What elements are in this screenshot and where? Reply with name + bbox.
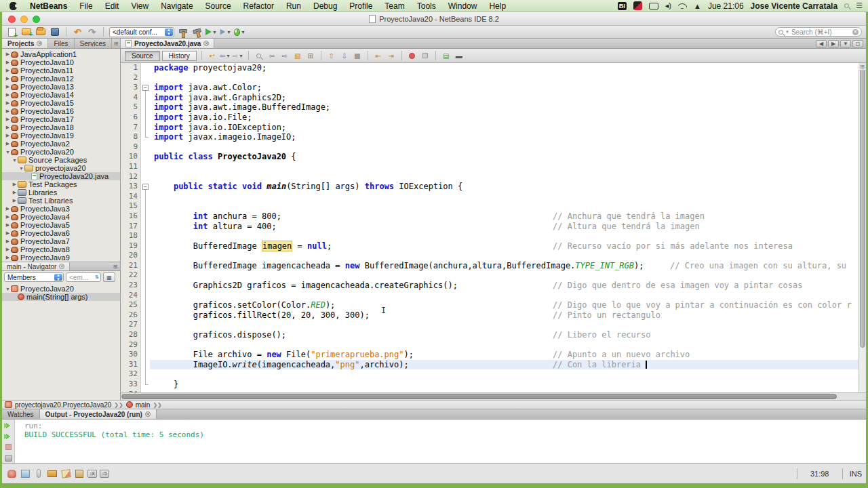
navigator-item-main-string-args-[interactable]: main(String[] args)	[2, 293, 120, 301]
close-icon[interactable]: ✕	[37, 41, 42, 46]
quick-search-input[interactable]: ▼ Search (⌘+I) ✕	[775, 27, 862, 37]
source-view-button[interactable]: Source	[125, 51, 160, 61]
code-line-15[interactable]: 15	[121, 201, 866, 211]
previous-bookmark-icon[interactable]: ⇧	[326, 51, 337, 61]
expand-arrow-icon[interactable]: ▶	[5, 92, 11, 98]
expand-arrow-icon[interactable]: ▶	[5, 230, 11, 236]
rerun-icon[interactable]	[3, 421, 13, 430]
undo-button[interactable]: ↶	[72, 27, 83, 37]
build-project-button[interactable]	[177, 27, 189, 37]
menu-user[interactable]: Jose Vicente Carratala	[751, 1, 838, 11]
notification-center-icon[interactable]: ☰	[856, 1, 863, 10]
debug-project-button[interactable]: ▼	[220, 27, 231, 37]
expand-arrow-icon[interactable]: ▶	[5, 214, 11, 220]
project-item-proyectojava3[interactable]: ▶ProyectoJava3	[2, 205, 120, 213]
code-line-3[interactable]: 3−import java.awt.Color;	[121, 83, 866, 93]
open-project-button[interactable]	[35, 27, 46, 37]
history-view-button[interactable]: History	[162, 51, 197, 61]
menu-edit[interactable]: Edit	[99, 1, 125, 11]
code-line-18[interactable]: 18	[121, 231, 866, 241]
shift-line-right-icon[interactable]: ⇥	[386, 51, 397, 61]
code-line-22[interactable]: 22	[121, 270, 866, 281]
ant-settings-icon[interactable]	[3, 453, 13, 462]
menu-extra-app-icon[interactable]	[633, 1, 642, 10]
close-icon[interactable]: ✕	[145, 411, 151, 417]
menu-tools[interactable]: Tools	[411, 1, 442, 11]
expand-arrow-icon[interactable]: ▶	[5, 100, 11, 106]
input-source-icon[interactable]: BI	[618, 2, 627, 10]
expand-arrow-icon[interactable]: ▶	[5, 222, 11, 228]
display-menu-icon[interactable]	[649, 3, 658, 9]
project-item-proyectojava6[interactable]: ▶ProyectoJava6	[2, 229, 120, 237]
expand-arrow-icon[interactable]: ▶	[5, 206, 11, 211]
shift-line-left-icon[interactable]: ⇤	[373, 51, 384, 61]
code-editor[interactable]: ⊞ 1package proyectojava20;23−import java…	[121, 63, 866, 392]
expand-arrow-icon[interactable]: ▶	[5, 239, 11, 244]
tab-services[interactable]: Services	[75, 39, 112, 48]
expand-arrow-icon[interactable]: ▶	[5, 255, 11, 260]
last-edit-position-icon[interactable]: ↩	[207, 51, 218, 61]
project-item-proyectojava18[interactable]: ▶ProyectoJava18	[2, 123, 120, 131]
uncomment-icon[interactable]: ▬	[454, 51, 465, 61]
project-item-proyectojava2[interactable]: ▶ProyectoJava2	[2, 140, 120, 148]
code-line-14[interactable]: 14	[121, 192, 866, 202]
redo-button[interactable]: ↷	[86, 27, 98, 37]
code-line-11[interactable]: 11	[121, 162, 866, 172]
project-item-proyectojava9[interactable]: ▶ProyectoJava9	[2, 253, 120, 262]
project-item-proyectojava15[interactable]: ▶ProyectoJava15	[2, 99, 120, 107]
gauge-icon[interactable]: ↕5	[100, 470, 109, 478]
code-line-23[interactable]: 23 Graphics2D graficos = imagencacheada.…	[121, 281, 866, 291]
java-app-icon[interactable]	[6, 469, 17, 479]
rerun-with-options-icon[interactable]	[3, 432, 13, 441]
code-line-6[interactable]: 6import java.io.File;	[121, 113, 866, 123]
eject-icon[interactable]: ▲	[694, 2, 701, 10]
notes-icon[interactable]	[74, 469, 85, 479]
expand-arrow-icon[interactable]: ▶	[5, 141, 11, 146]
code-line-16[interactable]: 16 int anchura = 800;// Anchura que tend…	[121, 211, 866, 222]
profile-project-button[interactable]: ▼	[234, 27, 245, 37]
project-item-proyectojava8[interactable]: ▶ProyectoJava8	[2, 245, 120, 253]
menu-file[interactable]: File	[73, 1, 98, 11]
code-line-29[interactable]: 29	[121, 340, 866, 350]
project-item-proyectojava17[interactable]: ▶ProyectoJava17	[2, 115, 120, 123]
project-item-proyectojava16[interactable]: ▶ProyectoJava16	[2, 107, 120, 115]
project-item-proyectojava4[interactable]: ▶ProyectoJava4	[2, 213, 120, 221]
project-configuration-select[interactable]: <default conf... ▲▼	[109, 27, 174, 37]
next-occurrence-icon[interactable]: ⇨	[279, 51, 290, 61]
find-selection-icon[interactable]	[254, 51, 264, 61]
project-item-javaapplication1[interactable]: ▶JavaApplication1	[2, 50, 120, 58]
tab-watches[interactable]: Watches	[2, 409, 40, 419]
code-line-28[interactable]: 28 graficos.dispose();// Libero el recur…	[121, 330, 866, 340]
project-item-proyectojava7[interactable]: ▶ProyectoJava7	[2, 237, 120, 245]
navigator-sort-button[interactable]: ▦	[103, 272, 115, 282]
code-line-1[interactable]: 1package proyectojava20;	[121, 63, 866, 73]
close-icon[interactable]: ✕	[203, 41, 209, 46]
project-item-proyectojava10[interactable]: ▶ProyectoJava10	[2, 58, 120, 66]
menu-run[interactable]: Run	[280, 1, 307, 11]
editor-vertical-scrollbar[interactable]	[859, 63, 866, 392]
project-item-test-libraries[interactable]: ▶Test Libraries	[2, 197, 120, 205]
expand-arrow-icon[interactable]: ▶	[12, 182, 18, 187]
code-line-26[interactable]: 26 graficos.fillRect(20, 20, 300, 300);/…	[121, 310, 866, 321]
menu-netbeans[interactable]: NetBeans	[24, 1, 73, 11]
maximize-editor-icon[interactable]: ◻	[852, 40, 863, 47]
tab-files[interactable]: Files	[48, 39, 74, 48]
menu-window[interactable]: Window	[442, 1, 484, 11]
project-item-proyectojava11[interactable]: ▶ProyectoJava11	[2, 66, 120, 75]
expand-arrow-icon[interactable]: ▶	[5, 68, 11, 73]
tab-list-dropdown-icon[interactable]: ▼	[840, 40, 851, 47]
project-item-proyectojava14[interactable]: ▶ProyectoJava14	[2, 91, 120, 99]
code-line-7[interactable]: 7import java.io.IOException;	[121, 123, 866, 133]
project-item-proyectojava20[interactable]: ▼proyectojava20	[2, 164, 120, 172]
project-item-proyectojava20[interactable]: ▼ProyectoJava20	[2, 148, 120, 156]
new-file-button[interactable]	[6, 27, 18, 37]
expand-arrow-icon[interactable]: ▶	[5, 52, 11, 57]
project-item-proyectojava12[interactable]: ▶ProyectoJava12	[2, 75, 120, 83]
expand-arrow-icon[interactable]: ▶	[5, 117, 11, 122]
previous-occurrence-icon[interactable]: ⇦	[267, 51, 277, 61]
code-line-13[interactable]: 13− public static void main(String[] arg…	[121, 182, 866, 192]
code-line-4[interactable]: 4import java.awt.Graphics2D;	[121, 93, 866, 103]
close-icon[interactable]: ✕	[59, 264, 64, 269]
code-line-30[interactable]: 30 File archivo = new File("primeraprueb…	[121, 350, 866, 360]
project-item-test-packages[interactable]: ▶Test Packages	[2, 180, 120, 188]
